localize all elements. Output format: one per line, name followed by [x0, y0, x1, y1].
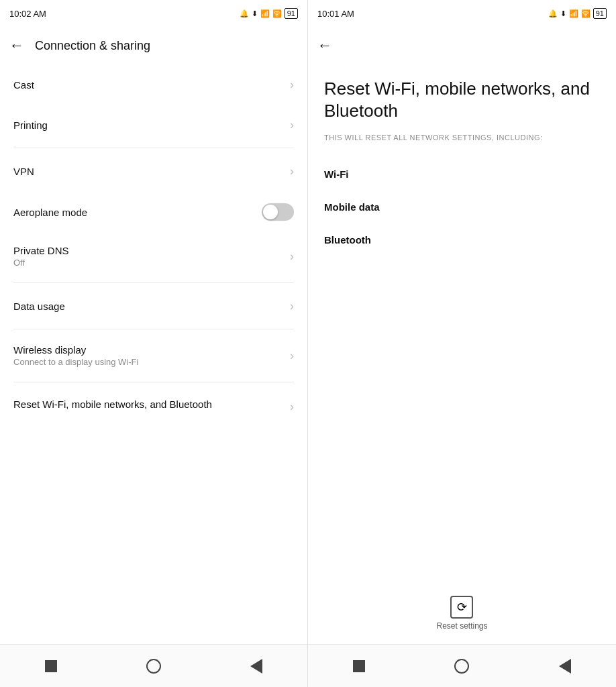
aeroplane-toggle-thumb — [263, 205, 278, 219]
left-page-title: Connection & sharing — [35, 39, 150, 53]
printing-item-left: Printing — [13, 119, 48, 131]
left-bottom-nav — [0, 644, 307, 687]
data-usage-title: Data usage — [13, 301, 65, 312]
left-nav-back[interactable] — [237, 653, 276, 679]
left-nav-home[interactable] — [133, 653, 174, 679]
aeroplane-title: Aeroplane mode — [13, 207, 87, 218]
data-usage-item-left: Data usage — [13, 301, 65, 312]
recents-icon — [45, 660, 57, 672]
right-status-bar: 10:01 AM 🔔 ⬇ 📶 🛜 91 — [308, 0, 616, 27]
reset-settings-label: Reset settings — [436, 621, 487, 631]
reset-wifi-title: Reset Wi-Fi, mobile networks, and Blueto… — [13, 397, 212, 411]
right-battery-indicator: 91 — [593, 8, 607, 19]
divider-4 — [13, 382, 294, 382]
reset-wifi-item[interactable]: Reset Wi-Fi, mobile networks, and Blueto… — [0, 385, 307, 426]
private-dns-subtitle: Off — [13, 258, 69, 268]
download-icon: ⬇ — [252, 9, 258, 18]
vpn-item[interactable]: VPN › — [0, 151, 307, 191]
reset-footer: ⟳ Reset settings — [308, 582, 616, 644]
reset-icon-glyph: ⟳ — [457, 600, 467, 615]
right-nav-recents[interactable] — [340, 655, 378, 678]
reset-bluetooth-label: Bluetooth — [324, 223, 600, 256]
right-alarm-icon: 🔔 — [548, 9, 558, 18]
data-usage-item[interactable]: Data usage › — [0, 286, 307, 326]
right-nav-home[interactable] — [441, 653, 482, 679]
home-icon — [146, 659, 161, 674]
right-back-button[interactable]: ← — [317, 37, 332, 54]
cast-item-left: Cast — [13, 79, 34, 91]
right-back-icon — [559, 659, 571, 674]
wifi-icon: 🛜 — [272, 9, 282, 18]
aeroplane-item-left: Aeroplane mode — [13, 207, 87, 218]
left-panel: 10:02 AM 🔔 ⬇ 📶 🛜 91 ← Connection & shari… — [0, 0, 308, 687]
reset-page-title: Reset Wi-Fi, mobile networks, and Blueto… — [324, 78, 600, 121]
right-home-icon — [454, 659, 469, 674]
divider-2 — [13, 282, 294, 283]
reset-settings-icon: ⟳ — [450, 596, 473, 619]
wireless-display-item[interactable]: Wireless display Connect to a display us… — [0, 332, 307, 379]
private-dns-item-left: Private DNS Off — [13, 245, 69, 268]
right-download-icon: ⬇ — [560, 9, 566, 18]
wireless-display-chevron: › — [290, 349, 294, 363]
reset-page-subtitle: THIS WILL RESET ALL NETWORK SETTINGS, IN… — [324, 134, 600, 142]
vpn-item-left: VPN — [13, 166, 34, 177]
left-back-button[interactable]: ← — [9, 37, 24, 54]
wireless-display-subtitle: Connect to a display using Wi-Fi — [13, 357, 138, 367]
divider-3 — [13, 329, 294, 329]
reset-wifi-item-left: Reset Wi-Fi, mobile networks, and Blueto… — [13, 397, 212, 411]
back-icon — [250, 659, 262, 674]
right-recents-icon — [353, 660, 365, 672]
battery-indicator: 91 — [285, 8, 298, 19]
left-status-bar: 10:02 AM 🔔 ⬇ 📶 🛜 91 — [0, 0, 307, 27]
signal-icon: 📶 — [260, 9, 270, 18]
right-status-time: 10:01 AM — [317, 9, 354, 19]
private-dns-chevron: › — [290, 250, 294, 264]
aeroplane-toggle[interactable] — [262, 203, 294, 221]
data-usage-chevron: › — [290, 299, 294, 313]
alarm-icon: 🔔 — [240, 9, 249, 18]
private-dns-item[interactable]: Private DNS Off › — [0, 233, 307, 280]
reset-wifi-label: Wi-Fi — [324, 158, 600, 191]
left-settings-list: Cast › Printing › VPN › Aeroplane mode — [0, 64, 307, 644]
wireless-display-item-left: Wireless display Connect to a display us… — [13, 344, 138, 367]
left-nav-recents[interactable] — [32, 655, 70, 678]
printing-item[interactable]: Printing › — [0, 105, 307, 145]
private-dns-title: Private DNS — [13, 245, 69, 256]
vpn-title: VPN — [13, 166, 34, 177]
right-nav-back[interactable] — [546, 653, 584, 679]
reset-wifi-chevron: › — [290, 400, 294, 414]
reset-mobile-data-label: Mobile data — [324, 191, 600, 223]
printing-chevron: › — [290, 118, 294, 132]
right-wifi-icon: 🛜 — [581, 9, 591, 18]
reset-page-content: Reset Wi-Fi, mobile networks, and Blueto… — [308, 64, 616, 582]
vpn-chevron: › — [290, 164, 294, 178]
cast-title: Cast — [13, 79, 34, 91]
reset-settings-button[interactable]: ⟳ Reset settings — [431, 590, 493, 636]
left-status-time: 10:02 AM — [9, 9, 46, 19]
cast-chevron: › — [290, 78, 294, 92]
divider-1 — [13, 148, 294, 148]
aeroplane-toggle-track[interactable] — [262, 203, 294, 221]
wireless-display-title: Wireless display — [13, 344, 138, 356]
aeroplane-item[interactable]: Aeroplane mode — [0, 191, 307, 233]
printing-title: Printing — [13, 119, 48, 131]
left-toolbar: ← Connection & sharing — [0, 27, 307, 64]
right-bottom-nav — [308, 644, 616, 687]
right-signal-icon: 📶 — [569, 9, 578, 18]
right-status-icons: 🔔 ⬇ 📶 🛜 91 — [548, 8, 607, 19]
cast-item[interactable]: Cast › — [0, 64, 307, 105]
left-status-icons: 🔔 ⬇ 📶 🛜 91 — [240, 8, 298, 19]
right-panel: 10:01 AM 🔔 ⬇ 📶 🛜 91 ← Reset Wi-Fi, mobil… — [308, 0, 616, 687]
right-toolbar: ← — [308, 27, 616, 64]
